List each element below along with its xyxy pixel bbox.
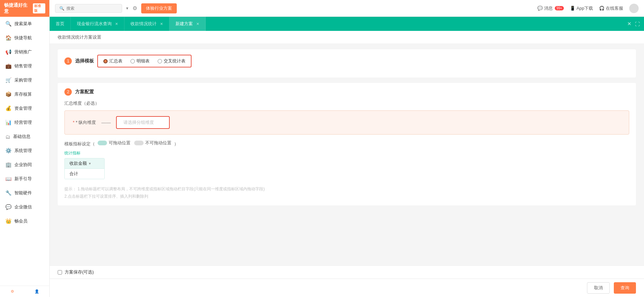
sidebar-item-5[interactable]: 📦库存核算 <box>0 87 49 101</box>
sidebar-label-0: 搜索菜单 <box>14 21 32 27</box>
sidebar: 畅捷通好生意 标准版 🔍搜索菜单🏠快捷导航📢营销推广💼销售管理🛒采购管理📦库存核… <box>0 0 50 297</box>
sidebar-item-7[interactable]: 📊经营管理 <box>0 115 49 130</box>
dimension-arrow: —— <box>101 120 111 125</box>
sidebar-label-13: 企业微信 <box>14 204 32 210</box>
stats-area: 统计指标 收款金额 ▾ 合计 <box>64 150 629 180</box>
breadcrumb-text: 收款情况统计方案设置 <box>58 35 101 40</box>
maximize-icon[interactable]: ⛶ <box>635 21 640 27</box>
template-detail[interactable]: 明细表 <box>130 58 150 64</box>
logo-text: 畅捷通好生意 <box>4 2 32 14</box>
search-bar[interactable]: 🔍 <box>55 4 122 13</box>
stats-table-cell: 合计 <box>65 169 104 179</box>
template-cross-radio[interactable] <box>158 59 162 63</box>
metrics-title: 模板指标设定（ 可拖动位置 不可拖动位置 ） <box>64 141 178 146</box>
sidebar-icon-3: 💼 <box>5 63 12 69</box>
edition-badge: 标准版 <box>33 3 45 13</box>
tab-label-0: 首页 <box>56 21 64 27</box>
sidebar-item-3[interactable]: 💼销售管理 <box>0 59 49 73</box>
sidebar-icon-5: 📦 <box>5 91 12 97</box>
sidebar-item-0[interactable]: 🔍搜索菜单 <box>0 17 49 31</box>
sidebar-icon-1: 🏠 <box>5 35 12 41</box>
sidebar-label-14: 畅会员 <box>14 218 28 224</box>
template-cross-label: 交叉统计表 <box>164 58 185 64</box>
sidebar-label-9: 系统管理 <box>14 148 32 154</box>
app-download-item[interactable]: 📱 App下载 <box>570 5 593 11</box>
sidebar-item-1[interactable]: 🏠快捷导航 <box>0 31 49 45</box>
sidebar-item-6[interactable]: 💰资金管理 <box>0 101 49 115</box>
tab-label-1: 现金银行流水查询 <box>77 21 112 27</box>
notification-badge: 99+ <box>555 6 564 10</box>
template-detail-radio[interactable] <box>130 59 135 63</box>
sidebar-label-7: 经营管理 <box>14 119 32 126</box>
page-body: 1 选择模板 汇总表 明细表 交叉统计表 <box>50 44 644 265</box>
sidebar-label-4: 采购管理 <box>14 77 32 83</box>
app-download-label: App下载 <box>577 5 593 11</box>
hint-1: 提示： 1.拖动标题栏可以调整布局，不可跨维度或指标区域拖动栏目字段(只能在同一… <box>64 186 629 193</box>
hint-2: 2.点击标题栏下拉可设置排序、插入列和删除列 <box>64 193 629 200</box>
sidebar-item-13[interactable]: 💬企业微信 <box>0 200 49 214</box>
tab-2[interactable]: 收款情况统计✕ <box>124 17 169 31</box>
tab-close-2[interactable]: ✕ <box>160 22 163 26</box>
sidebar-item-14[interactable]: 👑畅会员 <box>0 214 49 228</box>
online-service-item[interactable]: 🎧 在线客服 <box>599 5 623 11</box>
breadcrumb: 收款情况统计方案设置 <box>50 31 644 44</box>
query-button[interactable]: 查询 <box>614 282 636 294</box>
user-avatar[interactable] <box>629 4 639 13</box>
tab-close-1[interactable]: ✕ <box>115 22 118 26</box>
sidebar-icon-9: ⚙️ <box>5 148 12 154</box>
content-area: 收款情况统计方案设置 1 选择模板 汇总表 明细表 <box>50 31 644 279</box>
template-cross[interactable]: 交叉统计表 <box>158 58 185 64</box>
sidebar-icon-4: 🛒 <box>5 77 12 83</box>
gear-icon[interactable]: ⚙ <box>132 5 137 11</box>
sidebar-label-8: 基础信息 <box>13 134 31 140</box>
tab-3[interactable]: 新建方案✕ <box>169 17 206 31</box>
tab-controls: ✕ ⛶ <box>623 17 644 31</box>
sidebar-item-8[interactable]: 🗂基础信息 <box>0 130 49 144</box>
template-summary[interactable]: 汇总表 <box>103 58 122 64</box>
tab-close-3[interactable]: ✕ <box>196 22 199 26</box>
save-label: 方案保存(可选) <box>65 269 94 275</box>
stats-label: 统计指标 <box>64 150 629 156</box>
stats-table-header[interactable]: 收款金额 ▾ <box>65 158 104 169</box>
cancel-button[interactable]: 取消 <box>587 282 610 294</box>
topbar-dropdown-btn[interactable]: ▾ <box>126 6 128 11</box>
sidebar-icon-12: 🔧 <box>5 190 12 196</box>
sidebar-bottom-left[interactable]: ⚙ <box>0 286 25 297</box>
notification-item[interactable]: 💬 消息 99+ <box>537 5 564 11</box>
step1-number: 1 <box>64 57 72 65</box>
sidebar-bottom: ⚙ 👤 <box>0 286 49 297</box>
sidebar-label-10: 企业协同 <box>14 162 32 168</box>
download-icon: 📱 <box>570 6 575 11</box>
dimension-row-label: * * 纵向维度 <box>73 119 96 126</box>
service-icon: 🎧 <box>599 6 604 11</box>
step1-section: 1 选择模板 汇总表 明细表 交叉统计表 <box>58 49 636 78</box>
search-input[interactable] <box>66 6 118 11</box>
sidebar-item-11[interactable]: 📖新手引导 <box>0 172 49 186</box>
stats-dropdown-arrow: ▾ <box>89 161 91 166</box>
required-star: * <box>73 120 74 125</box>
main-area: 🔍 ▾ ⚙ 体验行业方案 💬 消息 99+ 📱 App下载 🎧 在线客服 首页现… <box>50 0 644 297</box>
save-checkbox[interactable] <box>58 270 62 275</box>
sidebar-icon-6: 💰 <box>5 105 12 111</box>
draggable-indicator <box>98 141 107 145</box>
template-summary-radio[interactable] <box>103 59 108 63</box>
sidebar-icon-14: 👑 <box>5 218 12 224</box>
tab-label-3: 新建方案 <box>175 21 193 27</box>
step2-title: 方案配置 <box>75 89 94 95</box>
tab-1[interactable]: 现金银行流水查询✕ <box>71 17 124 31</box>
notification-label: 消息 <box>544 5 553 11</box>
sidebar-bottom-right[interactable]: 👤 <box>25 286 50 297</box>
sidebar-item-10[interactable]: 🏢企业协同 <box>0 158 49 172</box>
dimension-row: * * 纵向维度 —— 请选择分组维度 <box>73 116 621 129</box>
save-option-bar: 方案保存(可选) <box>50 265 644 279</box>
sidebar-icon-11: 📖 <box>5 176 12 182</box>
dimension-select[interactable]: 请选择分组维度 <box>116 116 170 129</box>
template-options: 汇总表 明细表 交叉统计表 <box>97 55 192 67</box>
sidebar-item-9[interactable]: ⚙️系统管理 <box>0 144 49 158</box>
sidebar-item-12[interactable]: 🔧智能硬件 <box>0 186 49 200</box>
sidebar-item-4[interactable]: 🛒采购管理 <box>0 73 49 87</box>
industry-button[interactable]: 体验行业方案 <box>141 3 177 13</box>
tab-0[interactable]: 首页 <box>50 17 71 31</box>
close-all-icon[interactable]: ✕ <box>627 21 632 27</box>
sidebar-item-2[interactable]: 📢营销推广 <box>0 45 49 59</box>
